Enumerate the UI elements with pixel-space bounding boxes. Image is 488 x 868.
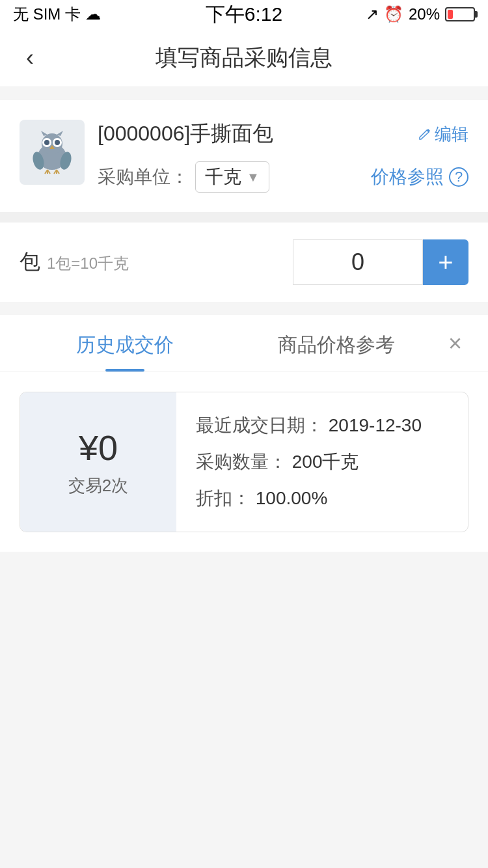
unit-conversion: 1包=10千克 bbox=[47, 253, 129, 274]
discount-label: 折扣： bbox=[196, 488, 251, 508]
tab-history-price[interactable]: 历史成交价 bbox=[20, 315, 230, 372]
section-divider bbox=[0, 212, 488, 223]
status-right: ↗ ⏰ 20% bbox=[366, 5, 475, 23]
edit-label: 编辑 bbox=[435, 123, 468, 146]
tab-close-button[interactable]: × bbox=[442, 323, 468, 364]
purchase-qty-value: 200千克 bbox=[292, 452, 359, 472]
dropdown-arrow-icon: ▼ bbox=[247, 170, 260, 185]
edit-button[interactable]: 编辑 bbox=[418, 123, 468, 146]
bottom-space bbox=[0, 552, 488, 812]
transaction-count: 交易2次 bbox=[68, 474, 128, 497]
tab-header: 历史成交价 商品价格参考 × bbox=[0, 315, 488, 372]
page-title: 填写商品采购信息 bbox=[156, 43, 332, 73]
battery-fill bbox=[448, 10, 453, 19]
owl-icon bbox=[29, 129, 75, 175]
product-name: [0000006]手撕面包 bbox=[98, 120, 273, 148]
product-image bbox=[20, 120, 85, 185]
sim-label: 无 SIM 卡 ☁ bbox=[13, 4, 101, 25]
nav-bar: ‹ 填写商品采购信息 bbox=[0, 29, 488, 87]
status-bar: 无 SIM 卡 ☁ 下午6:12 ↗ ⏰ 20% bbox=[0, 0, 488, 29]
unit-value: 千克 bbox=[205, 165, 241, 189]
help-icon: ? bbox=[449, 167, 468, 187]
transaction-card: ¥0 交易2次 最近成交日期： 2019-12-30 采购数量： 200千克 折… bbox=[20, 392, 468, 532]
recent-date-row: 最近成交日期： 2019-12-30 bbox=[196, 412, 448, 439]
tab-section: 历史成交价 商品价格参考 × ¥0 交易2次 最近成交日期： 2019-12-3… bbox=[0, 315, 488, 552]
transaction-left: ¥0 交易2次 bbox=[20, 392, 176, 532]
recent-date-label: 最近成交日期： bbox=[196, 415, 323, 435]
svg-point-5 bbox=[55, 140, 60, 145]
product-header: [0000006]手撕面包 编辑 采购单位： 千克 ▼ bbox=[20, 120, 468, 193]
quantity-input-group: + bbox=[293, 239, 468, 285]
battery-percent: 20% bbox=[409, 5, 440, 23]
transaction-section: ¥0 交易2次 最近成交日期： 2019-12-30 采购数量： 200千克 折… bbox=[0, 372, 488, 552]
package-unit: 包 bbox=[20, 248, 40, 277]
tab-price-ref-label: 商品价格参考 bbox=[278, 334, 395, 355]
product-card: [0000006]手撕面包 编辑 采购单位： 千克 ▼ bbox=[0, 100, 488, 212]
svg-point-3 bbox=[44, 140, 49, 145]
unit-group: 采购单位： 千克 ▼ bbox=[98, 161, 269, 193]
price-ref-label: 价格参照 bbox=[371, 165, 444, 189]
back-button[interactable]: ‹ bbox=[20, 38, 40, 78]
purchase-qty-row: 采购数量： 200千克 bbox=[196, 448, 448, 476]
quantity-row: 包 1包=10千克 + bbox=[0, 223, 488, 302]
status-left: 无 SIM 卡 ☁ bbox=[13, 4, 101, 25]
unit-select[interactable]: 千克 ▼ bbox=[195, 161, 269, 193]
recent-date-value: 2019-12-30 bbox=[329, 415, 422, 435]
product-top-row: [0000006]手撕面包 编辑 bbox=[98, 120, 468, 148]
quantity-label-group: 包 1包=10千克 bbox=[20, 248, 129, 277]
discount-row: 折扣： 100.00% bbox=[196, 485, 448, 512]
status-time: 下午6:12 bbox=[206, 1, 282, 28]
product-unit-row: 采购单位： 千克 ▼ 价格参照 ? bbox=[98, 161, 468, 193]
edit-icon bbox=[418, 127, 432, 141]
alarm-icon: ⏰ bbox=[384, 5, 403, 23]
quantity-input[interactable] bbox=[293, 239, 423, 285]
tab-price-ref[interactable]: 商品价格参考 bbox=[230, 315, 441, 372]
purchase-qty-label: 采购数量： bbox=[196, 452, 287, 472]
location-icon: ↗ bbox=[366, 5, 379, 23]
quantity-plus-button[interactable]: + bbox=[423, 239, 468, 285]
transaction-price: ¥0 bbox=[79, 427, 118, 468]
discount-value: 100.00% bbox=[256, 488, 328, 508]
product-info: [0000006]手撕面包 编辑 采购单位： 千克 ▼ bbox=[98, 120, 468, 193]
unit-label: 采购单位： bbox=[98, 165, 189, 189]
tab-history-label: 历史成交价 bbox=[76, 334, 174, 355]
transaction-right: 最近成交日期： 2019-12-30 采购数量： 200千克 折扣： 100.0… bbox=[176, 392, 468, 532]
price-ref-button[interactable]: 价格参照 ? bbox=[371, 165, 468, 189]
battery-icon bbox=[445, 7, 475, 21]
